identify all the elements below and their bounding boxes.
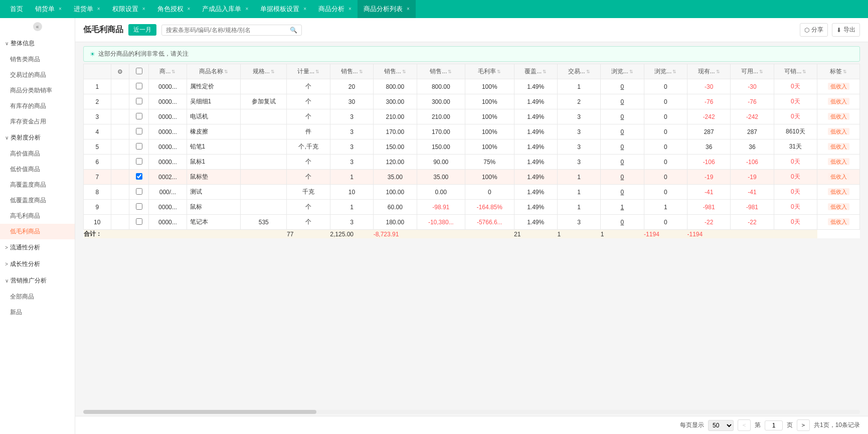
cell-checkbox[interactable] [129, 155, 148, 170]
cell-view1[interactable]: 0 [601, 215, 644, 230]
nav-item-商品分析列表[interactable]: 商品分析列表× [358, 0, 416, 18]
col-header-sales_qty[interactable]: 销售...⇅ [330, 64, 373, 79]
col-header-settings[interactable]: ⚙ [111, 64, 129, 79]
cell-view1[interactable]: 0 [601, 170, 644, 185]
sidebar-item-有库存的商品[interactable]: 有库存的商品 [0, 98, 75, 114]
col-header-coverage[interactable]: 覆盖...⇅ [514, 64, 557, 79]
close-icon[interactable]: × [407, 0, 410, 18]
sidebar-item-高毛利商品[interactable]: 高毛利商品 [0, 208, 75, 224]
nav-item-进货单[interactable]: 进货单× [68, 0, 106, 18]
cell-view1[interactable]: 0 [601, 124, 644, 139]
col-header-checkbox[interactable] [129, 64, 148, 79]
sidebar-item-高价值商品[interactable]: 高价值商品 [0, 146, 75, 162]
cell-view1[interactable]: 0 [601, 185, 644, 200]
select-all-checkbox[interactable] [136, 68, 142, 74]
cell-view1[interactable]: 0 [601, 79, 644, 94]
close-icon[interactable]: × [188, 0, 191, 18]
time-filter-button[interactable]: 近一月 [128, 24, 156, 36]
col-header-sellable_days[interactable]: 可销...⇅ [774, 64, 817, 79]
cell-view1[interactable]: 0 [601, 139, 644, 155]
col-header-tag[interactable]: 标签⇅ [817, 64, 860, 79]
sidebar-collapse-button[interactable]: « [33, 22, 42, 31]
sidebar-item-商品分类助销率[interactable]: 商品分类助销率 [0, 83, 75, 98]
sidebar-item-低毛利商品[interactable]: 低毛利商品 [0, 224, 75, 239]
sidebar-group-header-3[interactable]: >成长性分析 [0, 256, 75, 272]
close-icon[interactable]: × [349, 0, 352, 18]
nav-item-权限设置[interactable]: 权限设置× [106, 0, 151, 18]
sidebar-item-库存资金占用[interactable]: 库存资金占用 [0, 114, 75, 129]
sidebar-item-交易过的商品[interactable]: 交易过的商品 [0, 67, 75, 83]
col-header-view1[interactable]: 浏览...⇅ [601, 64, 644, 79]
next-page-button[interactable]: ＞ [797, 419, 810, 431]
col-header-current_stock[interactable]: 现有...⇅ [687, 64, 730, 79]
nav-item-产成品入库单[interactable]: 产成品入库单× [196, 0, 254, 18]
nav-item-商品分析[interactable]: 商品分析× [312, 0, 358, 18]
col-header-unit[interactable]: 计量...⇅ [287, 64, 330, 79]
sidebar-group-header-2[interactable]: >流通性分析 [0, 239, 75, 256]
sidebar-item-高覆盖度商品[interactable]: 高覆盖度商品 [0, 177, 75, 193]
row-checkbox[interactable] [136, 203, 142, 210]
share-button[interactable]: ⬡ 分享 [800, 23, 828, 37]
row-checkbox[interactable] [136, 83, 142, 89]
view1-link[interactable]: 0 [621, 128, 624, 135]
row-checkbox[interactable] [136, 143, 142, 150]
cell-view1[interactable]: 0 [601, 109, 644, 124]
col-header-code[interactable]: 商...⇅ [149, 64, 187, 79]
row-checkbox[interactable] [136, 128, 142, 134]
view1-link[interactable]: 0 [621, 174, 624, 181]
view1-link[interactable]: 0 [621, 83, 624, 90]
row-checkbox[interactable] [136, 98, 142, 104]
cell-checkbox[interactable] [129, 185, 148, 200]
page-number-input[interactable] [765, 420, 783, 430]
cell-checkbox[interactable] [129, 94, 148, 109]
row-checkbox[interactable] [136, 218, 142, 225]
horizontal-scrollbar[interactable] [83, 410, 860, 414]
sidebar-group-header-1[interactable]: ∨类射度分析 [0, 129, 75, 146]
view1-link[interactable]: 0 [621, 98, 624, 105]
cell-checkbox[interactable] [129, 124, 148, 139]
view1-link[interactable]: 1 [621, 204, 624, 211]
table-container[interactable]: ⚙商...⇅商品名称⇅规格...⇅计量...⇅销售...⇅销售...⇅销售...… [83, 64, 860, 410]
cell-checkbox[interactable] [129, 139, 148, 155]
close-icon[interactable]: × [97, 0, 100, 18]
view1-link[interactable]: 0 [621, 159, 624, 166]
col-header-trade_count[interactable]: 交易...⇅ [557, 64, 600, 79]
cell-checkbox[interactable] [129, 79, 148, 94]
sidebar-item-销售类商品[interactable]: 销售类商品 [0, 52, 75, 67]
view1-link[interactable]: 0 [621, 189, 624, 196]
sidebar-item-全部商品[interactable]: 全部商品 [0, 289, 75, 305]
col-header-available[interactable]: 可用...⇅ [731, 64, 774, 79]
nav-item-首页[interactable]: 首页 [4, 0, 29, 18]
row-checkbox[interactable] [136, 173, 142, 180]
nav-item-销货单[interactable]: 销货单× [29, 0, 68, 18]
view1-link[interactable]: 0 [621, 143, 624, 151]
search-icon[interactable]: 🔍 [290, 27, 297, 34]
col-header-name[interactable]: 商品名称⇅ [187, 64, 241, 79]
close-icon[interactable]: × [59, 0, 62, 18]
close-icon[interactable]: × [303, 0, 306, 18]
sidebar-group-header-0[interactable]: ∨整体信息 [0, 35, 75, 52]
row-checkbox[interactable] [136, 113, 142, 119]
sidebar-group-header-4[interactable]: ∨营销推广分析 [0, 272, 75, 289]
sidebar-item-低覆盖度商品[interactable]: 低覆盖度商品 [0, 193, 75, 208]
col-header-view2[interactable]: 浏览...⇅ [644, 64, 687, 79]
cell-checkbox[interactable] [129, 215, 148, 230]
col-header-spec[interactable]: 规格...⇅ [241, 64, 287, 79]
sidebar-item-新品[interactable]: 新品 [0, 305, 75, 320]
export-button[interactable]: ⬇ 导出 [832, 23, 860, 37]
sidebar-item-低价值商品[interactable]: 低价值商品 [0, 162, 75, 177]
row-checkbox[interactable] [136, 188, 142, 195]
col-header-sales_profit[interactable]: 销售...⇅ [417, 64, 465, 79]
search-input[interactable] [166, 27, 288, 34]
per-page-select[interactable]: 50 100 200 [708, 420, 734, 431]
cell-view1[interactable]: 0 [601, 155, 644, 170]
cell-checkbox[interactable] [129, 109, 148, 124]
cell-view1[interactable]: 0 [601, 94, 644, 109]
view1-link[interactable]: 0 [621, 113, 624, 120]
cell-checkbox[interactable] [129, 200, 148, 215]
nav-item-角色授权[interactable]: 角色授权× [151, 0, 197, 18]
cell-view1[interactable]: 1 [601, 200, 644, 215]
nav-item-单据模板设置[interactable]: 单据模板设置× [254, 0, 312, 18]
close-icon[interactable]: × [245, 0, 248, 18]
row-checkbox[interactable] [136, 158, 142, 165]
